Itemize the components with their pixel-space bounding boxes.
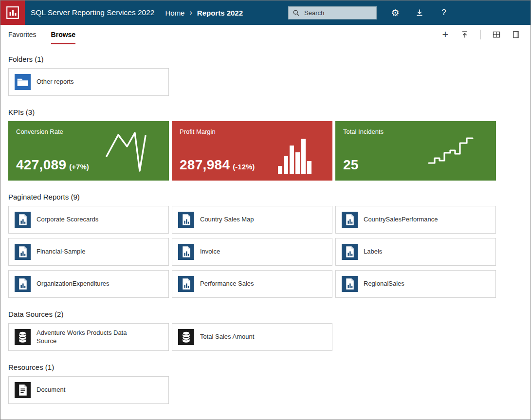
report-tile[interactable]: Financial-Sample — [8, 238, 169, 266]
new-button[interactable]: + — [439, 27, 452, 42]
kpi-value: 427,089 — [16, 157, 66, 173]
tiles-view-button[interactable] — [490, 27, 503, 42]
report-icon — [342, 212, 358, 228]
report-icon — [342, 244, 358, 260]
tab-browse-label: Browse — [51, 31, 76, 38]
details-view-icon — [512, 30, 520, 39]
report-tile-label: OrganizationExpenditures — [37, 280, 110, 288]
database-icon — [15, 329, 31, 345]
top-header: SQL Server Reporting Services 2022 Home … — [0, 0, 531, 25]
datasource-tile-label: Adventure Works Products Data Source — [37, 329, 140, 346]
report-tile-label: CountrySalesPerformance — [364, 216, 438, 224]
kpi-step-chart — [428, 135, 476, 167]
report-tile-label: Invoice — [200, 248, 220, 256]
browse-content: Folders (1) Other reports KPIs (3) Conve… — [0, 55, 531, 404]
report-icon — [15, 212, 31, 228]
report-tile-label: Labels — [364, 248, 382, 256]
settings-button[interactable]: ⚙ — [389, 6, 401, 19]
kpi-value: 25 — [343, 157, 359, 173]
report-icon — [15, 276, 31, 292]
report-tile[interactable]: Invoice — [172, 238, 332, 266]
datasource-tile-label: Total Sales Amount — [200, 333, 254, 341]
breadcrumb-current: Reports 2022 — [197, 9, 243, 17]
ssrs-portal: SQL Server Reporting Services 2022 Home … — [0, 0, 531, 420]
database-icon — [178, 329, 194, 345]
datasources-row: Adventure Works Products Data Source Tot… — [8, 323, 523, 351]
folder-tile-label: Other reports — [37, 78, 74, 86]
list-view-button[interactable] — [509, 27, 523, 42]
report-tile-label: Corporate Scorecards — [37, 216, 98, 224]
header-actions: ⚙ ? — [389, 6, 450, 19]
report-icon — [178, 212, 194, 228]
folders-row: Other reports — [8, 68, 523, 96]
kpi-tile-conversion-rate[interactable]: Conversion Rate 427,089 (+7%) — [8, 121, 169, 181]
resources-row: Document — [8, 376, 523, 404]
datasources-section-title: Data Sources (2) — [8, 310, 523, 318]
report-tile-label: Financial-Sample — [37, 248, 85, 256]
report-tile[interactable]: Corporate Scorecards — [8, 206, 169, 234]
grid-view-icon — [492, 30, 501, 39]
download-icon — [415, 8, 424, 17]
kpis-row: Conversion Rate 427,089 (+7%) Profit Mar… — [8, 121, 523, 181]
report-icon — [342, 276, 358, 292]
paginated-grid: Corporate Scorecards Country Sales Map C… — [8, 206, 496, 298]
kpi-title: Total Incidents — [343, 128, 488, 135]
kpi-tile-profit-margin[interactable]: Profit Margin 287,984 (-12%) — [172, 121, 332, 181]
kpi-delta: (+7%) — [69, 163, 89, 171]
toolbar-divider — [480, 30, 481, 39]
tab-favorites-label: Favorites — [8, 31, 37, 38]
datasource-tile[interactable]: Total Sales Amount — [172, 323, 332, 351]
kpi-line-chart — [106, 129, 152, 174]
upload-button[interactable] — [458, 27, 472, 42]
breadcrumb-chevron-icon: › — [189, 8, 192, 17]
report-tile[interactable]: Labels — [335, 238, 496, 266]
kpis-section-title: KPIs (3) — [8, 108, 523, 116]
paginated-section-title: Paginated Reports (9) — [8, 193, 523, 201]
kpi-bar-chart — [278, 137, 313, 174]
tab-favorites[interactable]: Favorites — [8, 25, 37, 44]
upload-icon — [460, 30, 469, 39]
report-tile[interactable]: CountrySalesPerformance — [335, 206, 496, 234]
report-tile[interactable]: RegionalSales — [335, 270, 496, 298]
ssrs-logo[interactable] — [0, 0, 25, 25]
download-button[interactable] — [414, 6, 425, 19]
search-box[interactable] — [288, 6, 377, 19]
tab-browse[interactable]: Browse — [51, 25, 76, 44]
report-tile[interactable]: Performance Sales — [172, 270, 332, 298]
bar-chart-logo-icon — [5, 5, 20, 20]
app-title: SQL Server Reporting Services 2022 — [31, 8, 154, 17]
folder-tile[interactable]: Other reports — [8, 68, 169, 96]
kpi-tile-total-incidents[interactable]: Total Incidents 25 — [335, 121, 496, 181]
report-tile[interactable]: Country Sales Map — [172, 206, 332, 234]
report-tile-label: Country Sales Map — [200, 216, 254, 224]
breadcrumb: Home › Reports 2022 — [165, 8, 243, 17]
report-icon — [178, 244, 194, 260]
breadcrumb-home[interactable]: Home — [165, 9, 184, 17]
folders-section-title: Folders (1) — [8, 55, 523, 63]
kpi-value: 287,984 — [180, 157, 230, 173]
document-icon — [15, 382, 31, 398]
resources-section-title: Resources (1) — [8, 363, 523, 371]
toolbar: Favorites Browse + — [0, 25, 531, 44]
report-icon — [15, 244, 31, 260]
kpi-delta: (-12%) — [233, 163, 255, 171]
toolbar-actions: + — [439, 27, 523, 42]
report-tile-label: Performance Sales — [200, 280, 254, 288]
resource-tile-label: Document — [37, 386, 65, 394]
resource-tile[interactable]: Document — [8, 376, 169, 404]
kpi-title: Profit Margin — [180, 128, 325, 135]
help-button[interactable]: ? — [438, 6, 450, 19]
search-input[interactable] — [303, 9, 371, 17]
datasource-tile[interactable]: Adventure Works Products Data Source — [8, 323, 169, 351]
report-icon — [178, 276, 194, 292]
report-tile[interactable]: OrganizationExpenditures — [8, 270, 169, 298]
report-tile-label: RegionalSales — [364, 280, 404, 288]
folder-icon — [15, 74, 31, 90]
search-icon — [293, 9, 300, 17]
